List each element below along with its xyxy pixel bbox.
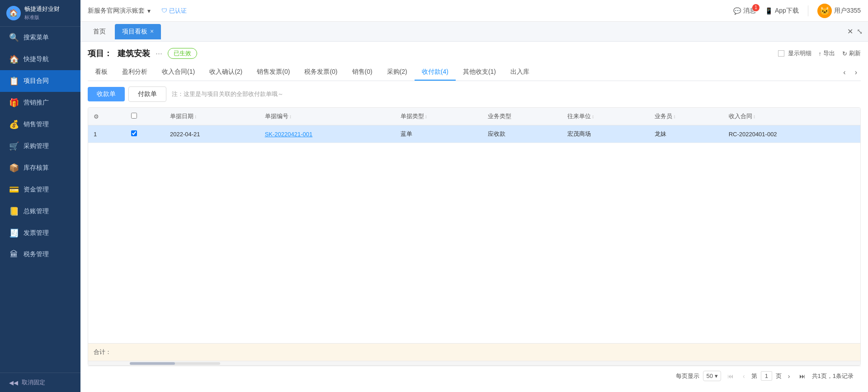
sidebar-icon-ledger: 📒 (9, 206, 19, 216)
sidebar-label-quick-nav: 快捷导航 (24, 55, 49, 63)
account-selector[interactable]: 新服务官网演示账套 ▾ (88, 7, 151, 15)
sidebar-item-invoice-mgmt[interactable]: 🧾 发票管理 (0, 222, 80, 244)
sub-tab-income-contract[interactable]: 收入合同(1) (155, 64, 202, 81)
page-suffix: 页 (776, 372, 782, 380)
pagination: 每页显示 50 ▾ ⏮ ‹ 第 1 页 › ⏭ 共1页，1条记录 (88, 366, 861, 386)
sidebar-label-search: 搜索菜单 (24, 33, 49, 42)
sub-tab-tax-invoice[interactable]: 税务发票(0) (297, 64, 344, 81)
project-name: 建筑安装 (118, 48, 150, 59)
tab-label-project-board: 项目看板 (122, 28, 147, 35)
sub-tab-other-expense[interactable]: 其他收支(1) (456, 64, 503, 81)
sort-icon-income-contract: ↕ (753, 114, 756, 119)
page-prefix: 第 (751, 372, 757, 380)
sidebar-item-purchase-mgmt[interactable]: 🛒 采购管理 (0, 135, 80, 157)
horizontal-scrollbar[interactable] (88, 361, 860, 365)
col-header-salesperson[interactable]: 业务员↕ (649, 108, 723, 125)
sub-tab-next[interactable]: › (851, 67, 861, 78)
sidebar-item-sales-mgmt[interactable]: 💰 销售管理 (0, 114, 80, 135)
maximize-icon[interactable]: ⤡ (857, 27, 863, 36)
sidebar-label-tax-mgmt: 税务管理 (24, 250, 49, 258)
last-page-button[interactable]: ⏭ (797, 372, 808, 381)
first-page-button[interactable]: ⏮ (725, 372, 736, 381)
sidebar-item-marketing[interactable]: 🎁 营销推广 (0, 92, 80, 114)
per-page-select[interactable]: 50 ▾ (703, 371, 721, 381)
col-header-date[interactable]: 单据日期↕ (165, 108, 259, 125)
row-check-0[interactable] (126, 125, 165, 143)
export-button[interactable]: ↑ 导出 (819, 49, 835, 57)
scrollbar-track (130, 362, 220, 365)
scrollbar-thumb[interactable] (130, 362, 175, 365)
sub-tab-label-income-confirm: 收入确认(2) (209, 68, 242, 75)
sub-tab-kanban[interactable]: 看板 (88, 64, 115, 81)
sub-tab-receipt[interactable]: 收付款(4) (415, 64, 456, 81)
sidebar-icon-tax-mgmt: 🏛 (9, 250, 19, 259)
tab-project-board[interactable]: 项目看板× (115, 24, 161, 39)
next-page-button[interactable]: › (785, 372, 793, 381)
receipt-tab-receipt-form[interactable]: 收款单 (88, 87, 125, 101)
sub-tab-label-kanban: 看板 (95, 68, 108, 75)
sidebar-item-ledger[interactable]: 📒 总账管理 (0, 201, 80, 222)
unpin-button[interactable]: ◀◀ 取消固定 (0, 373, 80, 392)
sidebar-item-finance[interactable]: 💳 资金管理 (0, 179, 80, 201)
sidebar-item-tax-mgmt[interactable]: 🏛 税务管理 (0, 244, 80, 265)
sidebar-label-ledger: 总账管理 (24, 207, 49, 215)
user-avatar: 🐱 (817, 4, 832, 18)
account-dropdown-icon: ▾ (147, 7, 151, 14)
sidebar-item-quick-nav[interactable]: 🏠 快捷导航 (0, 48, 80, 70)
sub-tab-label-profit: 盈利分析 (122, 68, 147, 75)
sidebar-icon-purchase-mgmt: 🛒 (9, 141, 19, 151)
row-date-0: 2022-04-21 (165, 125, 259, 143)
refresh-button[interactable]: ↻ 刷新 (842, 49, 861, 57)
account-name: 新服务官网演示账套 (88, 7, 145, 15)
col-header-income-contract[interactable]: 收入合同↕ (723, 108, 860, 125)
app-download-button[interactable]: 📱 App下载 (765, 7, 799, 15)
user-menu[interactable]: 🐱 用户3355 (817, 4, 861, 18)
sub-tab-sales-invoice[interactable]: 销售发票(0) (250, 64, 297, 81)
current-page-input[interactable]: 1 (761, 371, 772, 381)
show-detail-checkbox[interactable]: 显示明细 (778, 49, 811, 57)
refresh-label: 刷新 (849, 49, 861, 57)
logo-icon: 🏠 (6, 6, 21, 20)
table-scroll[interactable]: ⚙单据日期↕单据编号↕单据类型↕业务类型往来单位↕业务员↕收入合同↕ 1 202… (88, 108, 860, 343)
row-number-0[interactable]: SK-20220421-001 (259, 125, 395, 143)
col-header-number[interactable]: 单据编号↕ (259, 108, 395, 125)
tab-home[interactable]: 首页 (86, 24, 113, 39)
sub-tab-label-other-expense: 其他收支(1) (463, 68, 496, 75)
select-all-checkbox[interactable] (131, 113, 137, 119)
sidebar-icon-search: 🔍 (9, 33, 19, 43)
sub-tab-purchase[interactable]: 采购(2) (380, 64, 415, 81)
sub-tab-income-confirm[interactable]: 收入确认(2) (202, 64, 250, 81)
sidebar-item-project-contract[interactable]: 📋 项目合同 (0, 70, 80, 92)
message-icon: 💬 (733, 7, 741, 14)
sidebar-item-search[interactable]: 🔍 搜索菜单 (0, 27, 80, 48)
col-header-type[interactable]: 单据类型↕ (395, 108, 482, 125)
table-row[interactable]: 1 2022-04-21 SK-20220421-001 蓝单 应收款 宏茂商场… (88, 125, 860, 143)
more-icon[interactable]: ··· (156, 49, 162, 58)
per-page-value: 50 (706, 373, 712, 379)
project-header: 项目： 建筑安装 ··· 已生效 显示明细 ↑ 导出 ↻ 刷新 (88, 48, 861, 59)
message-button[interactable]: 💬 消息 1 (733, 7, 756, 15)
sub-tab-profit[interactable]: 盈利分析 (115, 64, 155, 81)
checkbox-icon (778, 50, 784, 57)
tab-label-home: 首页 (93, 28, 106, 35)
col-header-partner[interactable]: 往来单位↕ (562, 108, 649, 125)
receipt-tab-payment-form[interactable]: 付款单 (128, 86, 166, 102)
sub-tabs: 看板盈利分析收入合同(1)收入确认(2)销售发票(0)税务发票(0)销售(0)采… (88, 64, 861, 81)
close-window-icon[interactable]: ✕ (847, 27, 853, 36)
phone-icon: 📱 (765, 7, 773, 14)
sidebar-icon-marketing: 🎁 (9, 98, 19, 108)
sub-tab-sales[interactable]: 销售(0) (345, 64, 380, 81)
sub-tab-in-out[interactable]: 出入库 (503, 64, 537, 81)
per-page-dropdown-icon: ▾ (715, 373, 718, 379)
settings-icon[interactable]: ⚙ (94, 113, 99, 120)
sort-icon-date: ↕ (194, 114, 197, 119)
export-icon: ↑ (819, 50, 822, 57)
sidebar-logo: 🏠 畅捷通好业财 标准版 (0, 0, 80, 27)
tab-close-project-board[interactable]: × (150, 28, 154, 35)
per-page-label: 每页显示 (676, 372, 699, 380)
unpin-label: 取消固定 (22, 378, 45, 387)
table-container: ⚙单据日期↕单据编号↕单据类型↕业务类型往来单位↕业务员↕收入合同↕ 1 202… (88, 107, 861, 366)
prev-page-button[interactable]: ‹ (740, 372, 748, 381)
sub-tab-prev[interactable]: ‹ (840, 67, 849, 78)
sidebar-item-inventory[interactable]: 📦 库存核算 (0, 157, 80, 179)
